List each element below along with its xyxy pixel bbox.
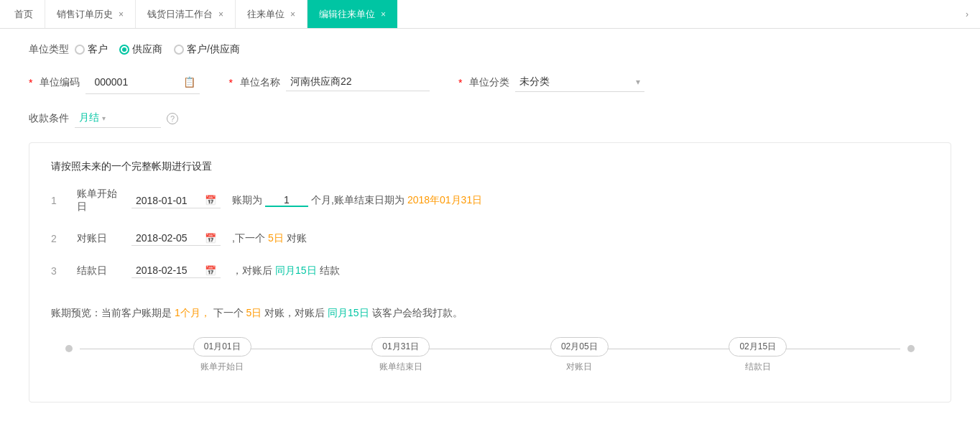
preview-highlight-3: 同月15日 <box>328 307 369 318</box>
radio-both[interactable]: 客户/供应商 <box>174 43 240 56</box>
unit-type-radio-group: 客户 供应商 客户/供应商 <box>75 43 240 56</box>
timeline-start-dot <box>65 337 73 352</box>
period-desc-prefix-1: 账期为 <box>232 194 262 207</box>
tab-close[interactable]: × <box>119 9 124 19</box>
preview-text: 账期预览：当前客户账期是 1个月， 下一个 5日 对账，对账后 同月15日 该客… <box>51 307 929 320</box>
unit-code-input[interactable] <box>90 73 183 91</box>
preview-middle-2: 对账，对账后 <box>264 307 325 318</box>
timeline-node-4: 02月15日 结款日 <box>729 337 787 373</box>
period-num-3: 3 <box>51 265 65 277</box>
period-num-1: 1 <box>51 195 65 206</box>
timeline-node-2: 01月31日 账单结束日 <box>371 337 430 373</box>
tab-label: 钱货日清工作台 <box>147 8 213 21</box>
unit-name-required: * <box>228 77 232 88</box>
period-date-input-2[interactable] <box>136 232 200 244</box>
timeline-badge-3: 02月05日 <box>550 337 609 356</box>
period-desc-suffix-1: 个月,账单结束日期为 <box>311 194 405 207</box>
payment-terms-row: 收款条件 月结 ▾ ? <box>29 109 951 128</box>
tab-bar: 首页销售订单历史×钱货日清工作台×往来单位×编辑往来单位× › <box>0 0 980 29</box>
radio-supplier[interactable]: 供应商 <box>119 43 162 56</box>
tab-cashflow[interactable]: 钱货日清工作台× <box>136 0 236 28</box>
unit-type-field: 单位类型 客户 供应商 客户/供应商 <box>29 43 240 56</box>
tab-arrow-button[interactable]: › <box>957 0 977 28</box>
payment-terms-field: 收款条件 月结 ▾ ? <box>29 109 178 128</box>
unit-code-input-wrap: 📋 <box>85 70 200 94</box>
preview-section: 账期预览：当前客户账期是 1个月， 下一个 5日 对账，对账后 同月15日 该客… <box>51 295 929 385</box>
period-label-3: 结款日 <box>77 264 120 277</box>
radio-label-both: 客户/供应商 <box>187 43 240 56</box>
unit-category-field: * 单位分类 未分类 ▾ <box>458 73 644 92</box>
period-desc-2: ,下一个 5日 对账 <box>232 232 307 245</box>
unit-type-label: 单位类型 <box>29 43 69 56</box>
period-desc-suffix-3: 结款 <box>320 264 340 277</box>
payment-terms-value: 月结 <box>79 111 99 124</box>
unit-category-value: 未分类 <box>519 75 633 88</box>
period-label-2: 对账日 <box>77 232 120 245</box>
period-date-input-1[interactable] <box>136 195 200 206</box>
unit-name-input[interactable] <box>286 73 430 91</box>
main-content: 单位类型 客户 供应商 客户/供应商 * 单位编码 📋 * 单位名称 <box>0 29 980 437</box>
period-label-1: 账单开始日 <box>77 188 120 213</box>
tab-label: 往来单位 <box>247 8 285 21</box>
period-months-input[interactable] <box>265 194 308 207</box>
calendar-icon-3[interactable]: 📅 <box>205 265 216 276</box>
period-num-2: 2 <box>51 233 65 244</box>
period-desc-1: 账期为 个月,账单结束日期为 2018年01月31日 <box>232 194 482 207</box>
tab-sales-history[interactable]: 销售订单历史× <box>45 0 136 28</box>
timeline-badge-1: 01月01日 <box>193 337 251 356</box>
payment-terms-arrow: ▾ <box>102 114 106 122</box>
tab-label: 首页 <box>14 8 33 21</box>
calendar-icon-2[interactable]: 📅 <box>205 233 216 244</box>
period-date-1: 📅 <box>131 193 221 208</box>
timeline-label-3: 对账日 <box>566 361 592 373</box>
preview-prefix: 账期预览：当前客户账期是 <box>51 307 172 318</box>
radio-label-customer: 客户 <box>88 43 108 56</box>
preview-highlight-1: 1个月， <box>175 307 211 318</box>
tab-home[interactable]: 首页 <box>3 0 45 28</box>
tab-close[interactable]: × <box>290 9 295 19</box>
timeline-label-1: 账单开始日 <box>200 361 244 373</box>
period-row-3: 3 结款日 📅 ，对账后 同月15日 结款 <box>51 263 929 278</box>
payment-terms-help[interactable]: ? <box>167 113 178 124</box>
unit-code-required: * <box>29 77 32 88</box>
unit-category-label: 单位分类 <box>469 76 509 89</box>
timeline-badge-2: 01月31日 <box>371 337 430 356</box>
timeline-dot-left <box>65 345 73 352</box>
tab-edit-partner[interactable]: 编辑往来单位× <box>308 0 397 28</box>
payment-terms-label: 收款条件 <box>29 112 69 125</box>
timeline-dot-right <box>907 345 915 352</box>
timeline-node-3: 02月05日 对账日 <box>550 337 609 373</box>
timeline-label-4: 结款日 <box>745 361 771 373</box>
timeline-container: 01月01日 账单开始日 01月31日 账单结束日 02月05日 对账日 <box>51 337 929 373</box>
period-desc-suffix-2: 对账 <box>287 232 307 245</box>
unit-name-label: 单位名称 <box>240 76 280 89</box>
payment-terms-select[interactable]: 月结 ▾ <box>75 109 161 128</box>
tab-close[interactable]: × <box>381 9 386 19</box>
unit-category-arrow: ▾ <box>636 77 640 87</box>
period-settings-box: 请按照未来的一个完整帐期进行设置 1 账单开始日 📅 账期为 个月,账单结束日期… <box>29 142 951 402</box>
timeline-badge-4: 02月15日 <box>729 337 787 356</box>
radio-circle-both <box>174 45 184 55</box>
period-row-2: 2 对账日 📅 ,下一个 5日 对账 <box>51 231 929 246</box>
period-row-1: 1 账单开始日 📅 账期为 个月,账单结束日期为 2018年01月31日 <box>51 188 929 213</box>
timeline-label-2: 账单结束日 <box>379 361 422 373</box>
period-desc-prefix-2: ,下一个 <box>232 232 265 245</box>
period-desc-3: ，对账后 同月15日 结款 <box>232 264 340 277</box>
radio-circle-customer <box>75 45 85 55</box>
unit-code-label: 单位编码 <box>40 76 80 89</box>
unit-code-field: * 单位编码 📋 <box>29 70 200 94</box>
preview-highlight-2: 5日 <box>246 307 262 318</box>
preview-suffix: 该客户会给我打款。 <box>372 307 463 318</box>
calendar-icon-1[interactable]: 📅 <box>205 195 216 206</box>
tab-partner[interactable]: 往来单位× <box>236 0 308 28</box>
tab-close[interactable]: × <box>218 9 223 19</box>
radio-label-supplier: 供应商 <box>132 43 162 56</box>
period-desc-prefix-3: ，对账后 <box>232 264 272 277</box>
tab-label: 编辑往来单位 <box>319 8 375 21</box>
period-title: 请按照未来的一个完整帐期进行设置 <box>51 160 929 173</box>
unit-category-select[interactable]: 未分类 ▾ <box>515 73 644 92</box>
period-date-input-3[interactable] <box>136 264 200 276</box>
period-reconcile-day: 5日 <box>268 232 284 245</box>
copy-icon[interactable]: 📋 <box>183 76 195 88</box>
radio-customer[interactable]: 客户 <box>75 43 108 56</box>
